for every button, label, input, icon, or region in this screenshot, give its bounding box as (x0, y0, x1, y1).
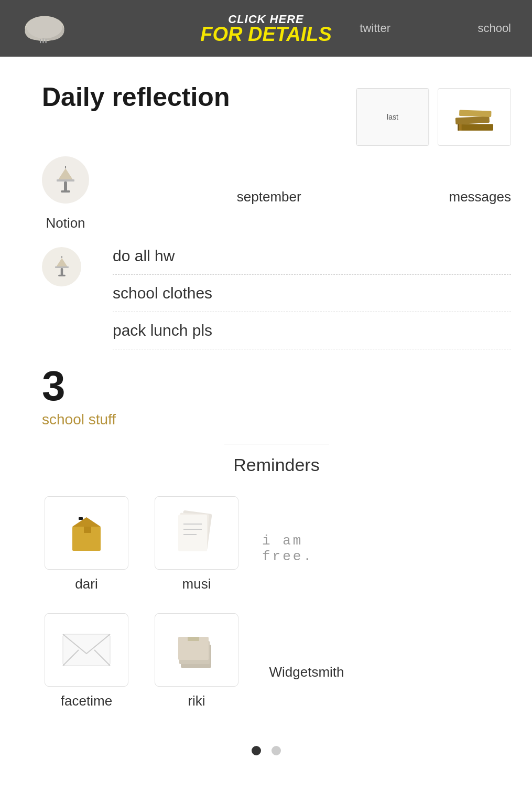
september-label-container[interactable]: september (237, 183, 301, 205)
top-bar: CLICK HERE For Details twitter school (0, 0, 532, 57)
reminders-section: Reminders (0, 433, 532, 491)
svg-rect-11 (458, 124, 459, 131)
svg-rect-20 (55, 266, 69, 268)
page-title: Daily reflection (42, 83, 345, 112)
top-bar-center[interactable]: CLICK HERE For Details (200, 13, 332, 44)
dari-app[interactable]: dari (31, 496, 142, 592)
svg-rect-4 (42, 38, 44, 43)
top-bar-left (21, 9, 68, 48)
tasks-list: do all hw school clothes pack lunch pls (113, 247, 511, 349)
musi-app[interactable]: musi (142, 496, 252, 592)
svg-point-3 (27, 16, 62, 38)
for-details-label: For Details (200, 24, 332, 44)
app-labels-row: Notion september messages (0, 151, 532, 237)
svg-rect-6 (40, 39, 41, 43)
riki-icon (173, 626, 220, 674)
notion-app-container[interactable]: Notion (42, 156, 89, 231)
svg-rect-15 (57, 179, 74, 181)
notion-label: Notion (46, 215, 85, 231)
school-label-top[interactable]: school (477, 22, 511, 35)
dari-label: dari (75, 576, 97, 592)
facetime-label: facetime (61, 693, 112, 709)
app-grid-section: dari musi (0, 491, 532, 725)
task-item-2: school clothes (113, 275, 511, 312)
riki-app[interactable]: riki (142, 613, 252, 709)
svg-rect-28 (178, 515, 207, 551)
svg-rect-13 (61, 190, 70, 193)
facetime-icon (60, 632, 113, 668)
task-item-1: do all hw (113, 247, 511, 275)
tasks-icon (42, 247, 81, 286)
september-label: september (237, 189, 301, 205)
messages-label-container[interactable]: messages (449, 183, 512, 205)
main-content: Daily reflection last (0, 57, 532, 801)
svg-rect-38 (188, 637, 199, 641)
pagination-dot-2[interactable] (272, 746, 281, 755)
facetime-app[interactable]: facetime (31, 613, 142, 709)
pagination (0, 725, 532, 787)
twitter-label[interactable]: twitter (360, 22, 390, 35)
count-number: 3 (42, 365, 511, 407)
reminders-title: Reminders (42, 455, 511, 475)
riki-label: riki (188, 693, 205, 709)
svg-rect-7 (458, 124, 494, 131)
books-icon (451, 96, 498, 138)
reminders-divider (224, 444, 329, 444)
count-section: 3 school stuff (0, 355, 532, 433)
september-app[interactable]: last (356, 88, 429, 146)
svg-marker-14 (58, 168, 73, 180)
handwriting-cell: i am free. (252, 496, 362, 592)
count-label: school stuff (42, 411, 511, 428)
tasks-section: do all hw school clothes pack lunch pls (0, 237, 532, 355)
last-icon-label: last (387, 113, 398, 121)
svg-rect-24 (79, 517, 83, 520)
task-item-3: pack lunch pls (113, 312, 511, 349)
musi-icon (173, 509, 220, 557)
svg-rect-25 (84, 527, 91, 533)
svg-rect-32 (63, 634, 110, 666)
svg-rect-10 (459, 110, 492, 117)
svg-marker-19 (56, 258, 68, 266)
musi-label: musi (182, 576, 211, 592)
dari-icon (63, 512, 110, 554)
svg-marker-23 (72, 517, 101, 527)
cloud-icon (21, 9, 68, 48)
svg-rect-18 (58, 274, 66, 276)
widgetsmith-app[interactable]: Widgetsmith (252, 613, 362, 709)
messages-label: messages (449, 189, 512, 205)
books-app[interactable] (438, 88, 511, 146)
svg-rect-5 (46, 39, 47, 43)
svg-rect-9 (455, 116, 490, 124)
widgetsmith-label: Widgetsmith (269, 664, 344, 680)
pagination-dot-1[interactable] (252, 746, 261, 755)
notion-icon (42, 156, 89, 204)
handwriting-text: i am free. (252, 533, 362, 564)
